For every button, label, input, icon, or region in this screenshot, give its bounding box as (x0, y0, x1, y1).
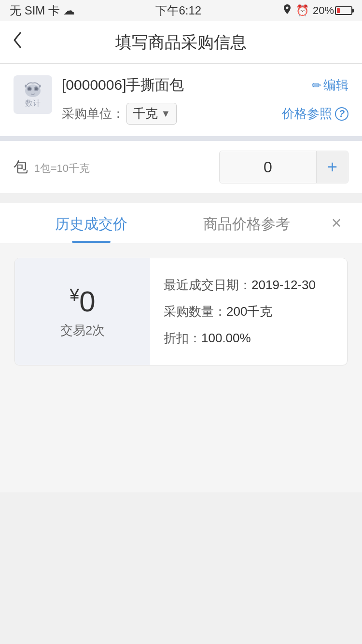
status-time: 下午6:12 (155, 3, 201, 18)
quantity-control: + (219, 151, 348, 183)
battery-icon (335, 6, 352, 15)
edit-label: 编辑 (323, 77, 348, 94)
quantity-plus-button[interactable]: + (316, 151, 348, 183)
history-price-value: ¥0 (70, 285, 95, 318)
unit-label: 采购单位： (62, 106, 125, 121)
price-ref-info-icon: ? (335, 107, 348, 121)
history-price-card: ¥0 交易2次 最近成交日期：2019-12-30 采购数量：200千克 折扣：… (14, 258, 348, 365)
quantity-label: 采购数量： (164, 304, 226, 319)
quantity-input[interactable] (220, 151, 316, 183)
unit-value: 千克 (133, 105, 158, 122)
edit-button[interactable]: ✏ 编辑 (312, 77, 348, 94)
location-icon (282, 4, 292, 17)
tab-history-price[interactable]: 历史成交价 (14, 203, 169, 243)
history-detail-discount: 折扣：100.00% (164, 329, 334, 348)
quantity-unit-label: 包 (14, 159, 28, 175)
date-value: 2019-12-30 (251, 278, 316, 292)
product-info: [0000006]手撕面包 ✏ 编辑 采购单位： 千克 ▼ 价格参照 ? (62, 75, 348, 125)
tab-product-price-ref[interactable]: 商品价格参考 (169, 203, 324, 243)
price-reference-button[interactable]: 价格参照 ? (282, 105, 348, 122)
svg-point-4 (35, 87, 38, 90)
discount-value: 100.00% (201, 331, 251, 345)
page-title: 填写商品采购信息 (115, 31, 247, 54)
svg-point-3 (28, 87, 31, 90)
transaction-count: 交易2次 (60, 322, 105, 339)
product-unit-row: 采购单位： 千克 ▼ 价格参照 ? (62, 103, 348, 125)
alarm-icon: ⏰ (296, 4, 309, 17)
status-carrier: 无 SIM 卡 ☁ (10, 3, 75, 18)
history-detail-date: 最近成交日期：2019-12-30 (164, 276, 334, 294)
close-panel-button[interactable]: × (324, 211, 348, 235)
product-card: 数计 [0000006]手撕面包 ✏ 编辑 采购单位： 千克 ▼ (0, 64, 362, 136)
date-label: 最近成交日期： (164, 278, 251, 292)
product-logo-icon (23, 81, 42, 98)
history-price-left: ¥0 交易2次 (15, 258, 150, 365)
battery-percent: 20% (313, 4, 334, 17)
nav-bar: 填写商品采购信息 (0, 21, 362, 64)
product-name-row: [0000006]手撕面包 ✏ 编辑 (62, 75, 348, 95)
svg-point-0 (25, 84, 41, 97)
content-area: 历史成交价 商品价格参考 × ¥0 交易2次 最近成交日期：2019-12-30… (0, 203, 362, 492)
battery-indicator: 20% (313, 4, 352, 17)
status-right-group: ⏰ 20% (282, 4, 352, 17)
quantity-unit-note: 1包=10千克 (34, 162, 90, 174)
quantity-row: 包 1包=10千克 + (0, 141, 362, 193)
history-detail-quantity: 采购数量：200千克 (164, 302, 334, 321)
product-thumbnail: 数计 (14, 75, 52, 114)
quantity-label-group: 包 1包=10千克 (14, 157, 90, 177)
discount-label: 折扣： (164, 331, 201, 345)
unit-select-dropdown[interactable]: 千克 ▼ (126, 103, 177, 125)
history-price-right: 最近成交日期：2019-12-30 采购数量：200千克 折扣：100.00% (150, 258, 347, 365)
back-button[interactable] (12, 31, 23, 54)
status-bar: 无 SIM 卡 ☁ 下午6:12 ⏰ 20% (0, 0, 362, 21)
currency-symbol: ¥ (70, 285, 79, 305)
section-divider (0, 136, 362, 141)
price-ref-label: 价格参照 (282, 105, 332, 122)
unit-selector-group: 采购单位： 千克 ▼ (62, 103, 177, 125)
tabs-bar: 历史成交价 商品价格参考 × (0, 203, 362, 243)
product-header: 数计 [0000006]手撕面包 ✏ 编辑 采购单位： 千克 ▼ (14, 75, 348, 125)
battery-fill (337, 8, 340, 13)
product-logo-text: 数计 (25, 98, 41, 109)
product-full-name: [0000006]手撕面包 (62, 75, 184, 95)
wifi-icon: ☁ (63, 4, 75, 17)
edit-icon: ✏ (312, 79, 321, 92)
quantity-detail-value: 200千克 (226, 304, 272, 319)
dropdown-arrow-icon: ▼ (161, 108, 170, 119)
